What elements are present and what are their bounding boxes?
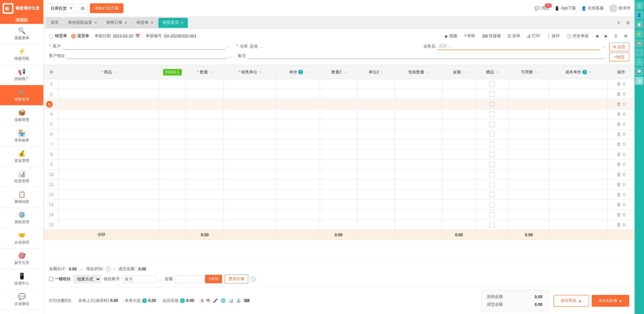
tab-home[interactable]: 首页 xyxy=(46,18,63,28)
delete-icon[interactable]: 🗑 xyxy=(616,102,621,107)
gift-checkbox[interactable] xyxy=(489,222,495,228)
product-cell[interactable] xyxy=(59,79,159,89)
sidebar-item-enterprise[interactable]: 🤝 企业协同 xyxy=(0,228,43,249)
copy-icon[interactable]: ⎘ xyxy=(623,112,626,117)
copy-icon[interactable]: ⎘ xyxy=(623,172,626,177)
sidebar-item-base[interactable]: 📋 基础信息 xyxy=(0,187,43,208)
copy-icon[interactable]: ⎘ xyxy=(623,162,626,167)
sort-available-icon[interactable]: ⇅ xyxy=(535,70,537,74)
scan-btn[interactable]: 扫码录入 xyxy=(163,69,182,75)
sidebar-item-purchase[interactable]: 📦 采购管理 xyxy=(0,106,43,126)
next-record-btn[interactable]: ▶ xyxy=(603,33,609,39)
delete-icon[interactable]: 🗑 xyxy=(616,132,621,137)
sort-amount-icon[interactable]: ⇅ xyxy=(463,70,465,74)
amount-cell[interactable] xyxy=(442,79,476,89)
gift-checkbox[interactable] xyxy=(489,202,495,207)
video-btn[interactable]: ▶ 视频 xyxy=(443,32,459,40)
radio-sales[interactable]: 销货单 xyxy=(49,33,67,39)
sort-cost-icon[interactable]: ⇅ xyxy=(589,70,591,74)
history-btn[interactable]: 🕐 历史单据 xyxy=(565,32,591,40)
customer-dots[interactable]: ... xyxy=(227,44,231,49)
sidebar-item-inventory[interactable]: 🏪 库存核算 xyxy=(0,126,43,146)
copy-icon[interactable]: ⎘ xyxy=(623,212,626,217)
operate-btn[interactable]: ⋮ 操作 xyxy=(545,32,562,40)
one-click-checkbox[interactable] xyxy=(49,277,53,281)
sort-qty-icon[interactable]: ⇅ xyxy=(210,70,212,74)
tab-price-close[interactable]: ✕ xyxy=(94,21,97,24)
qty-cell[interactable] xyxy=(186,79,224,89)
tab-sales-close[interactable]: ✕ xyxy=(151,21,153,24)
gift-checkbox[interactable] xyxy=(489,81,495,87)
sidebar-item-apps[interactable]: 📱 应用中心 xyxy=(0,269,43,290)
rp-btn-6[interactable]: 📎 xyxy=(635,49,643,57)
app-download-btn[interactable]: 📱 App下载 xyxy=(554,5,576,11)
copy-icon[interactable]: ⎘ xyxy=(623,132,626,137)
tab-close-all-btn[interactable]: ✕ xyxy=(614,19,623,27)
user-menu[interactable]: 徐泽华 xyxy=(609,4,631,12)
settings-btn[interactable]: ⚙ 设置 xyxy=(609,43,629,51)
tab-price[interactable]: 售价提取设置 ✕ xyxy=(64,18,101,28)
product-input[interactable] xyxy=(61,102,157,107)
rp-btn-5[interactable]: 🏠 xyxy=(635,39,643,47)
expected-circle[interactable]: ① xyxy=(180,298,185,303)
online-service-btn[interactable]: 👤 在线客服 xyxy=(581,5,604,11)
date-value[interactable]: 2023-03-20 xyxy=(113,34,133,39)
calendar-icon[interactable]: 📅 xyxy=(135,34,140,39)
remarks-input[interactable] xyxy=(248,53,605,59)
sort-unit2-icon[interactable]: ⇅ xyxy=(380,70,383,74)
rp-btn-1[interactable]: ☰ xyxy=(635,2,643,10)
sidebar-item-sales[interactable]: 🛒 销售管理 xyxy=(0,85,43,106)
copy-icon[interactable]: ⎘ xyxy=(623,81,626,86)
delete-icon[interactable]: 🗑 xyxy=(616,172,621,177)
delete-icon[interactable]: 🗑 xyxy=(616,222,621,227)
delete-icon[interactable]: 🗑 xyxy=(616,192,621,197)
gift-checkbox[interactable] xyxy=(489,132,495,137)
trial-btn[interactable]: 体验行业方案 xyxy=(90,3,123,13)
amount-input[interactable] xyxy=(175,275,202,283)
select-btn[interactable]: ☰ 选单 xyxy=(505,32,522,40)
sidebar-item-member[interactable]: 👑 畅会员 xyxy=(0,310,43,314)
copy-icon[interactable]: ⎘ xyxy=(623,152,626,157)
sort-price-icon[interactable]: ⇅ xyxy=(305,70,307,74)
sort-qty2-icon[interactable]: ⇅ xyxy=(343,70,346,74)
sort-unit-icon[interactable]: ⇅ xyxy=(259,70,262,74)
gift-checkbox[interactable] xyxy=(489,192,495,197)
cost-cell[interactable] xyxy=(549,79,607,89)
tab-order-close[interactable]: ✕ xyxy=(124,21,127,24)
bill-value[interactable]: SA-20230320-001 xyxy=(164,34,196,39)
gift-checkbox[interactable] xyxy=(489,182,495,187)
delete-icon[interactable]: 🗑 xyxy=(616,212,621,217)
gift-checkbox[interactable] xyxy=(489,212,495,217)
rp-btn-4[interactable]: ⚡ xyxy=(635,30,643,38)
fee-help-icon[interactable]: ? xyxy=(251,277,256,281)
cost-price-info-icon[interactable]: ? xyxy=(582,70,587,74)
rp-btn-2[interactable]: 👤 xyxy=(635,11,643,19)
shortcut-btn[interactable]: ⌨ 快捷键 xyxy=(480,32,503,40)
gift-checkbox[interactable] xyxy=(489,142,495,147)
save-draft-btn[interactable]: 保存草稿 ▲ xyxy=(553,295,589,307)
help-btn[interactable]: ? 帮助 xyxy=(462,32,477,40)
delete-icon[interactable]: 🗑 xyxy=(616,91,621,97)
account-input[interactable] xyxy=(122,275,156,283)
delete-icon[interactable]: 🗑 xyxy=(616,152,621,157)
sidebar-item-system[interactable]: ⚙️ 系统管理 xyxy=(0,208,43,228)
copy-icon[interactable]: ⎘ xyxy=(623,182,626,187)
fee-split-btn[interactable]: 费用分摊 xyxy=(225,274,248,284)
radio-return[interactable]: 退货单 xyxy=(71,33,89,39)
add-payment-btn[interactable]: +添加 xyxy=(205,275,222,283)
customer-input[interactable] xyxy=(63,43,225,50)
category-select[interactable]: 日用百货 xyxy=(48,4,75,13)
gift-checkbox[interactable] xyxy=(489,122,495,127)
pkg-cell[interactable] xyxy=(394,79,442,89)
sidebar-item-newbie[interactable]: 🎯 新手引导 xyxy=(0,249,43,269)
gift-checkbox[interactable] xyxy=(489,152,495,157)
gift-checkbox[interactable] xyxy=(489,91,495,97)
warehouse-dots[interactable]: ... xyxy=(260,44,263,49)
gift-checkbox[interactable] xyxy=(489,112,495,117)
address-dots[interactable]: ... xyxy=(229,54,232,58)
debit-circle[interactable]: ① xyxy=(142,298,147,303)
copy-icon[interactable]: ⎘ xyxy=(623,122,626,127)
add-row-btn[interactable]: + xyxy=(46,101,53,108)
message-btn[interactable]: 💬 消息 70 xyxy=(535,5,549,11)
rp-btn-9[interactable]: ⊞ xyxy=(635,77,643,85)
